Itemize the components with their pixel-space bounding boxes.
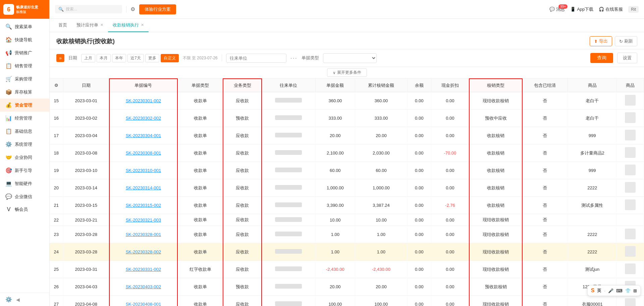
mic-icon[interactable]: 🎤: [608, 288, 613, 293]
export-btn[interactable]: ⬆ 导出: [590, 36, 612, 46]
bill-no-link[interactable]: SK-20230403-002: [126, 284, 161, 289]
date-btn-近7天[interactable]: 近7天: [127, 54, 144, 62]
bill-no-link[interactable]: SK-20230301-002: [126, 98, 161, 103]
cell-6-3: 收款单: [177, 197, 223, 214]
cell-11-2[interactable]: SK-20230403-002: [109, 278, 177, 296]
bill-no-link[interactable]: SK-20230304-001: [126, 133, 161, 138]
bill-no-link[interactable]: SK-20230321-003: [126, 218, 161, 223]
tab-close-receipt-verify[interactable]: ✕: [141, 23, 144, 27]
cell-1-2[interactable]: SK-20230302-002: [109, 110, 177, 127]
settings-btn[interactable]: 设置: [617, 53, 637, 63]
sidebar-item-operation[interactable]: 📊经营管理: [0, 112, 49, 125]
collapse-icon[interactable]: ◀: [16, 297, 20, 302]
bill-no-link[interactable]: SK-20230302-002: [126, 116, 161, 121]
date-buttons-group: 上月本月本年近7天更多自定义: [81, 54, 179, 62]
product-thumb: [625, 112, 636, 123]
cell-9-10: 现结收款核销: [469, 243, 522, 261]
sidebar-item-quick-nav[interactable]: 🏠快捷导航: [0, 33, 49, 46]
cell-1-11: 否: [522, 110, 568, 127]
sidebar-item-system[interactable]: ⚙️系统管理: [0, 138, 49, 151]
cell-4-2[interactable]: SK-20230310-001: [109, 162, 177, 179]
sidebar-label-wechat: 企业微信: [15, 194, 32, 200]
bill-no-link[interactable]: SK-20230310-001: [126, 168, 161, 173]
sidebar-item-inventory[interactable]: 📦库存核算: [0, 85, 49, 99]
table-row: 162023-03-02SK-20230302-002收款单预收款333.003…: [50, 110, 644, 127]
bill-no-link[interactable]: SK-20230408-001: [126, 302, 161, 306]
date-btn-更多[interactable]: 更多: [145, 54, 159, 62]
date-btn-上月[interactable]: 上月: [81, 54, 95, 62]
cell-2-2[interactable]: SK-20230304-001: [109, 127, 177, 144]
col-header-12: 商品: [568, 79, 617, 92]
cell-8-4: 应收款: [223, 226, 262, 243]
bill-no-link[interactable]: SK-20230308-001: [126, 150, 161, 156]
cell-7-2[interactable]: SK-20230321-003: [109, 214, 177, 226]
cell-7-8: 0.00: [407, 214, 431, 226]
date-btn-custom[interactable]: 自定义: [161, 54, 179, 62]
tab-home[interactable]: 首页: [54, 19, 72, 32]
sidebar-item-marketing[interactable]: 📢营销推广: [0, 46, 49, 59]
tab-prepay[interactable]: 预计应付单✕: [72, 19, 108, 32]
date-btn-本年[interactable]: 本年: [112, 54, 126, 62]
bill-type-select[interactable]: [323, 53, 377, 63]
col-header-4: 业务类型: [223, 79, 262, 92]
cell-9-2[interactable]: SK-20230328-002: [109, 243, 177, 261]
gear-icon[interactable]: ⚙: [130, 6, 135, 12]
cell-5-2[interactable]: SK-20230314-001: [109, 179, 177, 197]
sidebar-label-quick-nav: 快捷导航: [15, 37, 32, 43]
cell-12-13: [617, 296, 644, 306]
cell-10-3: 红字收款单: [177, 261, 223, 278]
cell-12-2[interactable]: SK-20230408-001: [109, 296, 177, 306]
service-label: 在线客服: [605, 6, 623, 12]
tab-receipt-verify[interactable]: 收款核销执行✕: [108, 19, 149, 32]
settings-icon[interactable]: ⚙️: [5, 296, 12, 303]
refresh-btn[interactable]: ↻ 刷新: [615, 36, 637, 46]
toolbar-text: 英: [597, 288, 601, 294]
sidebar-item-finance[interactable]: 💰资金管理: [0, 99, 49, 112]
cell-12-0: 27: [50, 296, 63, 306]
bill-no-link[interactable]: SK-20230331-002: [126, 267, 161, 272]
sidebar-item-member[interactable]: V畅会员: [0, 203, 49, 216]
cell-3-6: 2,100.00: [315, 144, 355, 162]
bill-no-link[interactable]: SK-20230328-001: [126, 232, 161, 237]
cell-11-5: [262, 278, 315, 296]
cell-6-11: 否: [522, 197, 568, 214]
filter-expand-btn[interactable]: »: [56, 54, 64, 62]
user-name[interactable]: Rit: [628, 6, 639, 13]
bill-no-link[interactable]: SK-20230328-002: [126, 249, 161, 254]
keyboard-icon[interactable]: ⌨: [616, 288, 623, 293]
col-header-9: 现金折扣: [431, 79, 469, 92]
expand-more-btn[interactable]: ∨ 展开更多条件: [327, 68, 367, 77]
cell-0-2[interactable]: SK-20230301-002: [109, 92, 177, 110]
bill-no-link[interactable]: SK-20230315-002: [126, 203, 161, 208]
tab-close-prepay[interactable]: ✕: [100, 23, 103, 27]
industry-btn[interactable]: 体验行业方案: [139, 4, 176, 14]
table-row: 222023-03-21SK-20230321-003收款单应收款10.0010…: [50, 214, 644, 226]
cell-11-0: 26: [50, 278, 63, 296]
topbar-search-box[interactable]: 🔍 搜索...: [55, 5, 122, 13]
sidebar-item-wechat[interactable]: 💬企业微信: [0, 190, 49, 203]
date-btn-本月[interactable]: 本月: [97, 54, 111, 62]
cell-12-5: [262, 296, 315, 306]
message-badge[interactable]: 💬 消息 99+: [549, 6, 565, 12]
sidebar-item-guide[interactable]: 🎯新手引导: [0, 164, 49, 177]
bill-no-link[interactable]: SK-20230314-001: [126, 185, 161, 190]
grid-icon[interactable]: ⊞: [633, 288, 637, 293]
cell-8-8: 0.00: [407, 226, 431, 243]
sidebar-item-sales[interactable]: 📋销售管理: [0, 59, 49, 72]
sidebar-item-hardware[interactable]: 💻智能硬件: [0, 177, 49, 190]
query-btn[interactable]: 查询: [590, 53, 613, 63]
app-download[interactable]: 📱 App下载: [570, 6, 593, 12]
sidebar-item-purchase[interactable]: 🛒采购管理: [0, 72, 49, 85]
shirt-icon[interactable]: 👕: [625, 288, 631, 293]
cell-8-2[interactable]: SK-20230328-001: [109, 226, 177, 243]
cell-3-2[interactable]: SK-20230308-001: [109, 144, 177, 162]
partner-input[interactable]: [226, 54, 286, 63]
cell-10-2[interactable]: SK-20230331-002: [109, 261, 177, 278]
sidebar-item-basic[interactable]: 📋基础信息: [0, 125, 49, 138]
sidebar-item-enterprise[interactable]: 🤝企业协同: [0, 151, 49, 164]
online-service[interactable]: 🎧 在线客服: [599, 6, 623, 12]
sidebar-label-marketing: 营销推广: [15, 50, 32, 56]
cell-6-2[interactable]: SK-20230315-002: [109, 197, 177, 214]
sidebar-icon-inventory: 📦: [5, 89, 12, 95]
sidebar-item-search[interactable]: 🔍搜索菜单: [0, 20, 49, 33]
